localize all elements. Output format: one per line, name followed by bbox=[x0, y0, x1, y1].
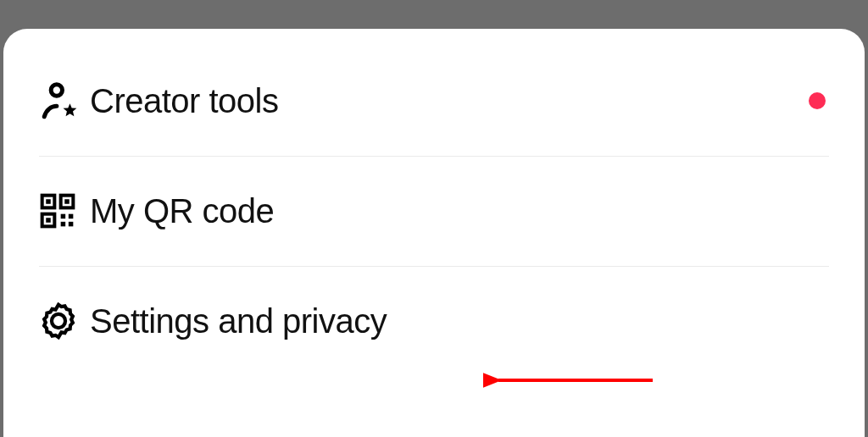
svg-point-11 bbox=[52, 314, 65, 328]
notification-dot bbox=[809, 92, 826, 109]
svg-point-0 bbox=[51, 85, 62, 96]
qr-code-icon bbox=[39, 192, 90, 230]
menu-item-creator-tools[interactable]: Creator tools bbox=[3, 46, 865, 156]
menu-item-label: Creator tools bbox=[90, 82, 278, 120]
menu-item-qr-code[interactable]: My QR code bbox=[3, 156, 865, 266]
bottom-sheet: Creator tools My QR code bbox=[3, 29, 865, 437]
svg-rect-6 bbox=[46, 218, 51, 223]
svg-rect-8 bbox=[69, 214, 74, 218]
creator-tools-icon bbox=[39, 80, 90, 122]
svg-rect-9 bbox=[61, 222, 66, 227]
settings-icon bbox=[39, 301, 90, 340]
menu-item-settings-privacy[interactable]: Settings and privacy bbox=[3, 266, 865, 376]
svg-rect-7 bbox=[61, 214, 66, 218]
menu-item-label: My QR code bbox=[90, 192, 274, 230]
svg-rect-2 bbox=[46, 199, 51, 204]
svg-rect-10 bbox=[69, 222, 74, 227]
menu-item-label: Settings and privacy bbox=[90, 302, 387, 340]
svg-rect-4 bbox=[64, 199, 70, 204]
